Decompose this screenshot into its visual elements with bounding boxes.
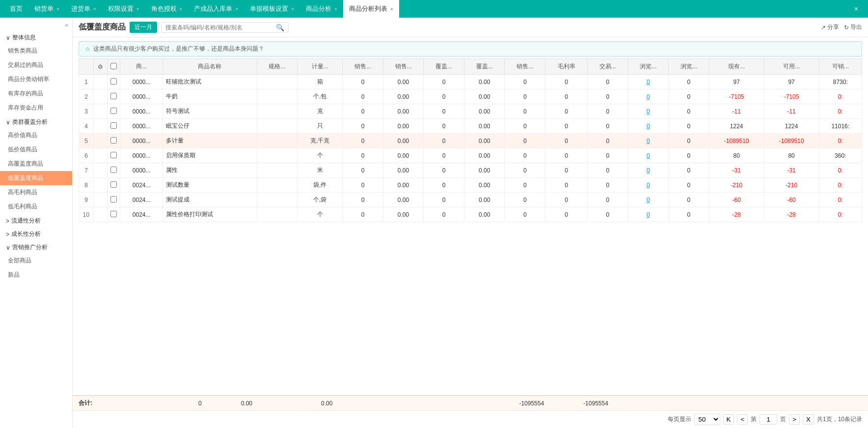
cell-browse2: 0	[669, 104, 709, 119]
col-header-name[interactable]: 商品名称	[163, 59, 257, 75]
col-header-browse1[interactable]: 浏览...	[628, 59, 669, 75]
row-checkbox[interactable]	[110, 78, 117, 85]
select-all-checkbox[interactable]	[110, 63, 117, 69]
col-header-gross_margin[interactable]: 毛利率	[545, 59, 588, 75]
row-checkbox[interactable]	[110, 108, 117, 114]
chevron-down-icon: ∨	[6, 34, 10, 41]
nav-close-icon[interactable]: ×	[56, 6, 59, 12]
per-page-select[interactable]: 50 100 200	[694, 414, 720, 425]
row-checkbox[interactable]	[110, 211, 117, 217]
nav-item-销货单[interactable]: 销货单×	[28, 0, 65, 18]
row-settings	[94, 193, 108, 207]
sidebar-group-coverage[interactable]: ∨ 类群覆盖分析	[0, 115, 72, 128]
col-header-coverage2[interactable]: 覆盖...	[464, 59, 505, 75]
table-container[interactable]: ⚙商...商品名称规格...计量...销售...销售...覆盖...覆盖...销…	[73, 58, 868, 395]
sidebar-item-低价值商品[interactable]: 低价值商品	[0, 143, 72, 157]
cell-browse1[interactable]: 0	[628, 207, 669, 222]
sidebar-item-高价值商品[interactable]: 高价值商品	[0, 128, 72, 143]
nav-item-单据模板设置[interactable]: 单据模板设置×	[244, 0, 300, 18]
sidebar-item-低覆盖度商品[interactable]: 低覆盖度商品	[0, 171, 72, 185]
prev-page-button[interactable]: <	[737, 414, 748, 425]
nav-item-进货单[interactable]: 进货单×	[65, 0, 102, 18]
cell-code: 0024...	[120, 193, 163, 207]
row-checkbox[interactable]	[110, 137, 117, 143]
row-checkbox[interactable]	[110, 122, 117, 129]
nav-close-icon[interactable]: ×	[235, 6, 238, 12]
col-header-coverage1[interactable]: 覆盖...	[424, 59, 464, 75]
cell-spec	[257, 89, 298, 104]
cell-browse1[interactable]: 0	[628, 104, 669, 119]
cell-browse1[interactable]: 0	[628, 163, 669, 178]
nav-item-角色授权[interactable]: 角色授权×	[145, 0, 189, 18]
share-button[interactable]: ↗ 分享	[821, 23, 839, 31]
nav-close-icon[interactable]: ×	[390, 6, 393, 12]
nav-item-产成品入库单[interactable]: 产成品入库单×	[188, 0, 244, 18]
cell-browse1[interactable]: 0	[628, 178, 669, 193]
row-checkbox[interactable]	[110, 181, 117, 188]
sidebar-group-marketing[interactable]: ∨ 营销推广分析	[0, 240, 72, 254]
sidebar-collapse-button[interactable]: «	[0, 20, 72, 30]
nav-item-首页[interactable]: 首页	[4, 0, 28, 18]
col-header-current_stock[interactable]: 现有...	[709, 59, 764, 75]
sidebar-item-销售类商品[interactable]: 销售类商品	[0, 44, 72, 58]
sidebar-item-低毛利商品[interactable]: 低毛利商品	[0, 200, 72, 214]
info-icon: ☆	[85, 46, 90, 53]
nav-close-icon[interactable]: ×	[334, 6, 337, 12]
sidebar-item-商品分类动销率[interactable]: 商品分类动销率	[0, 72, 72, 86]
col-header-settings[interactable]: ⚙	[94, 59, 108, 75]
cell-browse1[interactable]: 0	[628, 134, 669, 148]
row-checkbox[interactable]	[110, 93, 117, 99]
filter-button[interactable]: 近一月	[130, 22, 157, 33]
search-input[interactable]	[165, 24, 276, 31]
col-header-spec[interactable]: 规格...	[257, 59, 298, 75]
cell-available: -1089510	[764, 134, 819, 148]
sidebar-item-有库存的商品[interactable]: 有库存的商品	[0, 86, 72, 101]
col-header-sellable[interactable]: 可销...	[819, 59, 862, 75]
col-header-checkbox[interactable]	[108, 59, 120, 75]
cell-browse1[interactable]: 0	[628, 119, 669, 134]
next-page-button[interactable]: >	[789, 414, 800, 425]
sidebar-group-flow[interactable]: > 流通性分析	[0, 214, 72, 227]
col-header-unit[interactable]: 计量...	[298, 59, 343, 75]
page-number-input[interactable]	[760, 414, 777, 425]
sidebar-item-库存资金占用[interactable]: 库存资金占用	[0, 101, 72, 115]
row-checkbox-cell	[108, 75, 120, 89]
row-checkbox[interactable]	[110, 196, 117, 202]
cell-browse1[interactable]: 0	[628, 193, 669, 207]
last-page-button[interactable]: X	[803, 414, 814, 425]
col-header-code[interactable]: 商...	[120, 59, 163, 75]
cell-spec	[257, 75, 298, 89]
col-header-available[interactable]: 可用...	[764, 59, 819, 75]
cell-browse1[interactable]: 0	[628, 148, 669, 163]
sidebar-group-overall[interactable]: ∨ 整体信息	[0, 30, 72, 44]
col-header-sales_amt[interactable]: 销售...	[383, 59, 424, 75]
nav-close-icon[interactable]: ×	[93, 6, 96, 12]
sidebar-item-全部商品[interactable]: 全部商品	[0, 254, 72, 268]
row-checkbox[interactable]	[110, 152, 117, 158]
nav-item-商品分析列表[interactable]: 商品分析列表×	[343, 0, 399, 18]
nav-close-icon[interactable]: ×	[180, 6, 183, 12]
nav-close-icon[interactable]: ×	[136, 6, 139, 12]
sidebar-group-growth[interactable]: > 成长性分析	[0, 227, 72, 240]
nav-close-icon[interactable]: ×	[291, 6, 294, 12]
col-header-trade[interactable]: 交易...	[588, 59, 628, 75]
export-button[interactable]: ↻ 导出	[844, 23, 862, 31]
nav-item-权限设置[interactable]: 权限设置×	[102, 0, 145, 18]
nav-item-商品分析[interactable]: 商品分析×	[300, 0, 343, 18]
first-page-button[interactable]: K	[723, 414, 734, 425]
col-header-browse2[interactable]: 浏览...	[669, 59, 709, 75]
sidebar-item-高毛利商品[interactable]: 高毛利商品	[0, 185, 72, 200]
sidebar-item-交易过的商品[interactable]: 交易过的商品	[0, 58, 72, 72]
row-checkbox[interactable]	[110, 167, 117, 173]
col-header-sales3[interactable]: 销售...	[505, 59, 545, 75]
cell-code: 0000...	[120, 119, 163, 134]
row-number: 9	[79, 193, 94, 207]
chevron-down-icon: ∨	[6, 119, 10, 126]
window-close-button[interactable]: ×	[848, 5, 864, 13]
sidebar-item-高覆盖度商品[interactable]: 高覆盖度商品	[0, 157, 72, 171]
cell-browse1[interactable]: 0	[628, 75, 669, 89]
col-header-sales_qty[interactable]: 销售...	[343, 59, 383, 75]
data-table: ⚙商...商品名称规格...计量...销售...销售...覆盖...覆盖...销…	[79, 58, 862, 222]
cell-browse1[interactable]: 0	[628, 89, 669, 104]
sidebar-item-新品[interactable]: 新品	[0, 268, 72, 282]
